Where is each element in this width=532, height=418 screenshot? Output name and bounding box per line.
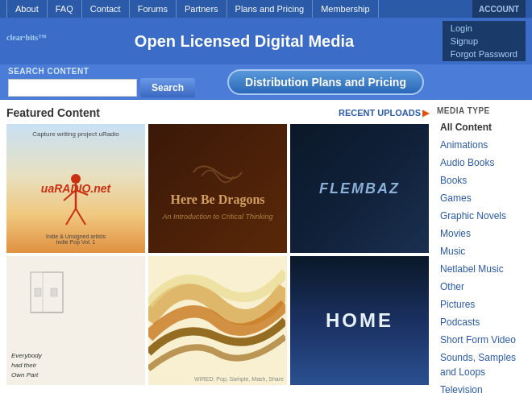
sidebar-link-sounds[interactable]: Sounds, Samples and Loops: [437, 349, 526, 381]
media-type-label: MEDIA TYPE: [437, 106, 526, 115]
featured-title: Featured Content: [6, 106, 100, 119]
svg-line-3: [76, 190, 88, 195]
svg-point-0: [71, 174, 81, 184]
sidebar-link-netlabel-music[interactable]: Netlabel Music: [437, 260, 526, 278]
sketch-drawing-icon: [15, 264, 111, 345]
sidebar-link-books[interactable]: Books: [437, 172, 526, 189]
account-links-panel: Login Signup Forgot Password: [443, 21, 526, 61]
site-title: Open Licensed Digital Media: [46, 32, 443, 51]
nav-partners[interactable]: Partners: [177, 0, 227, 18]
sidebar-link-movies[interactable]: Movies: [437, 225, 526, 242]
nav-faq[interactable]: FAQ: [48, 0, 82, 18]
distribution-plans-button[interactable]: Distribution Plans and Pricing: [227, 69, 424, 95]
sidebar-link-short-form-video[interactable]: Short Form Video: [437, 331, 526, 349]
nav-plans[interactable]: Plans and Pricing: [227, 0, 314, 18]
recent-uploads-label: RECENT UPLOADS: [339, 108, 421, 118]
radio-tagline: Capture writing project uRadio: [6, 130, 145, 138]
sidebar-link-pictures[interactable]: Pictures: [437, 296, 526, 313]
search-bar: SEARCH CONTENT Search Distribution Plans…: [0, 64, 532, 100]
svg-line-4: [66, 209, 76, 225]
sidebar-link-music[interactable]: Music: [437, 242, 526, 260]
featured-header: Featured Content RECENT UPLOADS ▶: [6, 106, 429, 119]
dragons-subtitle: An Introduction to Critical Thinking: [162, 213, 272, 221]
sidebar-link-games[interactable]: Games: [437, 189, 526, 207]
recent-uploads-link[interactable]: RECENT UPLOADS ▶: [339, 108, 429, 118]
featured-image-grid: Capture writing project uRadio uaRADIO.n…: [6, 124, 429, 385]
featured-item-sketch[interactable]: Everybodyhad theirOwn Part: [6, 256, 145, 385]
login-link[interactable]: Login: [451, 22, 472, 35]
featured-item-flembaz[interactable]: FLEMBAZ: [290, 124, 429, 253]
sidebar-link-audio-books[interactable]: Audio Books: [437, 154, 526, 172]
top-navigation: About FAQ Contact Forums Partners Plans …: [0, 0, 532, 18]
swirl-art-icon: [148, 256, 285, 385]
search-button[interactable]: Search: [140, 78, 195, 97]
swirl-caption: WIRED: Pop, Sample, Mash, Share: [194, 376, 284, 382]
svg-rect-9: [35, 288, 41, 296]
forgot-password-link[interactable]: Forgot Password: [451, 48, 517, 60]
main-content: Featured Content RECENT UPLOADS ▶ Captur…: [0, 100, 532, 405]
recent-uploads-arrow: ▶: [422, 108, 429, 118]
sidebar-links: All Content Animations Audio Books Books…: [437, 118, 526, 399]
featured-item-swirl[interactable]: WIRED: Pop, Sample, Mash, Share: [148, 256, 287, 385]
featured-item-radio[interactable]: Capture writing project uRadio uaRADIO.n…: [6, 124, 145, 253]
featured-item-dragons[interactable]: Here Be Dragons An Introduction to Criti…: [148, 124, 287, 253]
sidebar: MEDIA TYPE All Content Animations Audio …: [437, 106, 526, 399]
sidebar-link-television[interactable]: Television: [437, 381, 526, 399]
nav-contact[interactable]: Contact: [82, 0, 130, 18]
nav-membership[interactable]: Membership: [313, 0, 379, 18]
account-section-label: ACCOUNT: [472, 0, 526, 18]
sidebar-link-graphic-novels[interactable]: Graphic Novels: [437, 207, 526, 225]
flembaz-title: FLEMBAZ: [319, 180, 400, 197]
home-title: HOME: [326, 309, 393, 332]
sidebar-link-other[interactable]: Other: [437, 278, 526, 296]
sidebar-link-all-content[interactable]: All Content: [437, 118, 526, 136]
search-content-label: SEARCH CONTENT: [8, 67, 195, 76]
sidebar-link-animations[interactable]: Animations: [437, 136, 526, 154]
sketch-caption: Everybodyhad theirOwn Part: [11, 351, 42, 380]
svg-rect-10: [51, 288, 57, 296]
featured-item-home[interactable]: HOME: [290, 256, 429, 385]
site-logo: clear·bits™: [6, 31, 46, 52]
sidebar-link-podcasts[interactable]: Podcasts: [437, 313, 526, 331]
logo-text: clear·bits: [6, 33, 38, 42]
svg-line-5: [76, 209, 85, 225]
dragons-title: Here Be Dragons: [170, 192, 264, 208]
nav-links: About FAQ Contact Forums Partners Plans …: [6, 0, 472, 18]
featured-section: Featured Content RECENT UPLOADS ▶ Captur…: [6, 106, 429, 399]
search-input-wrap: Search: [8, 78, 195, 97]
nav-forums[interactable]: Forums: [130, 0, 177, 18]
signup-link[interactable]: Signup: [451, 35, 478, 48]
search-input[interactable]: [8, 79, 137, 97]
dragon-ornament-icon: [185, 156, 250, 188]
site-header: clear·bits™ Open Licensed Digital Media …: [0, 18, 532, 64]
nav-about[interactable]: About: [6, 0, 48, 18]
radio-figure-icon: [52, 172, 100, 237]
svg-line-2: [64, 190, 76, 201]
logo-tm: ™: [38, 33, 46, 42]
